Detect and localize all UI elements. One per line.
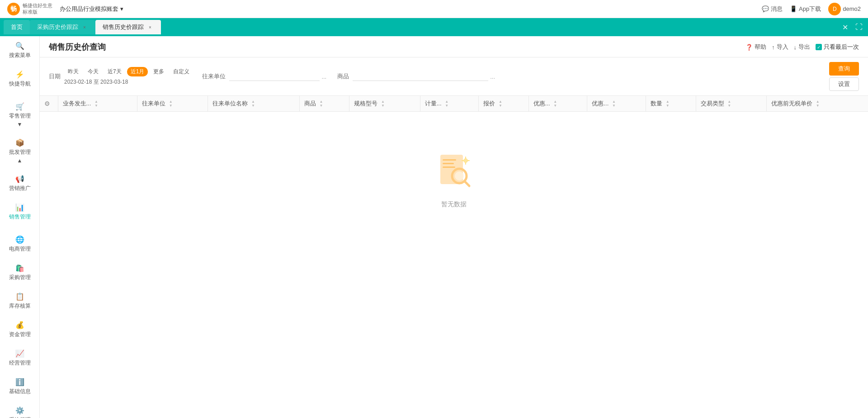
date-tab-today[interactable]: 今天 bbox=[84, 67, 102, 76]
col-pretax-price[interactable]: 优惠前无税单价 ▲ ▼ bbox=[767, 96, 868, 112]
close-all-tabs-button[interactable]: ✕ bbox=[840, 21, 850, 33]
partner-input[interactable] bbox=[229, 72, 320, 81]
product-input-wrap: ... bbox=[353, 72, 497, 81]
logo-text: 畅捷信好生意 标准版 bbox=[23, 3, 52, 14]
sidebar-item-shortcut[interactable]: ⚡ 快捷导航 bbox=[2, 66, 38, 92]
sidebar-label-ecommerce: 电商管理 bbox=[9, 245, 31, 253]
col-quantity[interactable]: 数量 ▲ ▼ bbox=[646, 96, 696, 112]
partner-filter-group: 往来单位 ... bbox=[202, 72, 328, 81]
sidebar-label-inventory: 库存核算 bbox=[9, 302, 31, 310]
retail-icon: 🛒 bbox=[15, 102, 24, 111]
tab-sales-history[interactable]: 销售历史价跟踪 × bbox=[95, 20, 161, 34]
sort-quantity: ▲ ▼ bbox=[666, 100, 670, 108]
col-unit[interactable]: 计量... ▲ ▼ bbox=[420, 96, 479, 112]
date-tab-custom[interactable]: 自定义 bbox=[170, 67, 193, 76]
page-header: 销售历史价查询 ❓ 帮助 ↑ 导入 ↓ 导出 ✓ bbox=[40, 36, 868, 57]
sort-trade-type: ▲ ▼ bbox=[727, 100, 731, 108]
sidebar-item-purchase[interactable]: 🛍️ 采购管理 bbox=[2, 259, 38, 286]
empty-illustration bbox=[431, 148, 476, 193]
download-icon: 📱 bbox=[790, 5, 797, 12]
sort-discount1: ▲ ▼ bbox=[553, 100, 557, 108]
top-bar-left: 畅 畅捷信好生意 标准版 办公用品行业模拟账套 ▾ bbox=[7, 3, 127, 15]
sidebar-item-basic[interactable]: ℹ️ 基础信息 bbox=[2, 373, 38, 400]
logo-area: 畅 畅捷信好生意 标准版 bbox=[7, 3, 52, 15]
product-filter-group: 商品 ... bbox=[337, 72, 497, 81]
sidebar-label-search: 搜索菜单 bbox=[9, 52, 31, 59]
sidebar-item-search[interactable]: 🔍 搜索菜单 bbox=[2, 37, 38, 64]
date-tab-1month[interactable]: 近1月 bbox=[127, 67, 148, 76]
svg-line-6 bbox=[464, 181, 469, 186]
sidebar-item-inventory[interactable]: 📋 库存核算 bbox=[2, 288, 38, 314]
sidebar-item-retail[interactable]: 🛒 零售管理 ▼ bbox=[2, 98, 38, 132]
main-layout: 🔍 搜索菜单 ⚡ 快捷导航 🛒 零售管理 ▼ 📦 批发管理 ▲ 📢 营销推广 📊… bbox=[0, 36, 868, 418]
sort-spec: ▲ ▼ bbox=[381, 100, 385, 108]
basic-icon: ℹ️ bbox=[15, 378, 24, 386]
export-button[interactable]: ↓ 导出 bbox=[794, 43, 811, 51]
tab-purchase-history[interactable]: 采购历史价跟踪 × bbox=[30, 20, 95, 34]
col-product[interactable]: 商品 ▲ ▼ bbox=[299, 96, 349, 112]
partner-input-wrap: ... bbox=[229, 72, 328, 81]
sidebar-label-marketing: 营销推广 bbox=[9, 185, 31, 192]
sidebar-label-system: 系统管理 bbox=[9, 416, 31, 418]
only-last-checkbox[interactable]: ✓ bbox=[816, 44, 822, 50]
tab-purchase-history-label: 采购历史价跟踪 bbox=[37, 23, 78, 31]
tab-home[interactable]: 首页 bbox=[4, 20, 30, 34]
empty-text: 暂无数据 bbox=[441, 200, 467, 209]
fullscreen-button[interactable]: ⛶ bbox=[854, 21, 864, 33]
settings-button[interactable]: 设置 bbox=[829, 77, 859, 91]
col-discount1[interactable]: 优惠... ▲ ▼ bbox=[528, 96, 587, 112]
date-tab-last7[interactable]: 近7天 bbox=[104, 67, 125, 76]
col-partner-name[interactable]: 往来单位名称 ▲ ▼ bbox=[208, 96, 299, 112]
tab-sales-history-label: 销售历史价跟踪 bbox=[103, 23, 144, 31]
logo-icon: 畅 bbox=[7, 3, 20, 15]
message-button[interactable]: 💬 消息 bbox=[762, 5, 783, 13]
column-settings-button[interactable]: ⚙ bbox=[44, 100, 50, 107]
sidebar-item-ecommerce[interactable]: 🌐 电商管理 bbox=[2, 231, 38, 257]
sort-discount2: ▲ ▼ bbox=[612, 100, 616, 108]
sidebar-item-system[interactable]: ⚙️ 系统管理 bbox=[2, 402, 38, 418]
svg-rect-3 bbox=[443, 166, 455, 168]
col-partner-code[interactable]: 往来单位 ▲ ▼ bbox=[137, 96, 208, 112]
search-button[interactable]: 查询 bbox=[829, 62, 859, 76]
tab-purchase-history-close[interactable]: × bbox=[81, 24, 88, 31]
col-spec[interactable]: 规格型号 ▲ ▼ bbox=[349, 96, 420, 112]
table-container: ⚙ 业务发生... ▲ ▼ 往来单位 ▲ bbox=[40, 96, 868, 418]
app-download-button[interactable]: 📱 App下载 bbox=[790, 5, 821, 13]
col-trade-type[interactable]: 交易类型 ▲ ▼ bbox=[696, 96, 766, 112]
sidebar-item-sales[interactable]: 📊 销售管理 bbox=[2, 199, 38, 225]
date-tab-yesterday[interactable]: 昨天 bbox=[64, 67, 82, 76]
tab-sales-history-close[interactable]: × bbox=[146, 24, 154, 31]
app-selector[interactable]: 办公用品行业模拟账套 ▾ bbox=[56, 3, 127, 15]
help-icon: ❓ bbox=[745, 44, 753, 51]
col-discount2[interactable]: 优惠... ▲ ▼ bbox=[587, 96, 646, 112]
import-button[interactable]: ↑ 导入 bbox=[772, 43, 788, 51]
sort-product: ▲ ▼ bbox=[319, 100, 323, 108]
retail-arrow-icon: ▼ bbox=[17, 121, 23, 128]
wholesale-icon: 📦 bbox=[15, 138, 24, 147]
user-profile[interactable]: D demo2 bbox=[828, 3, 861, 15]
date-label: 日期 bbox=[49, 72, 61, 81]
empty-icon bbox=[431, 148, 476, 193]
sort-biz-date: ▲ ▼ bbox=[94, 100, 98, 108]
sidebar: 🔍 搜索菜单 ⚡ 快捷导航 🛒 零售管理 ▼ 📦 批发管理 ▲ 📢 营销推广 📊… bbox=[0, 36, 40, 418]
purchase-icon: 🛍️ bbox=[15, 264, 24, 272]
only-last-checkbox-label[interactable]: ✓ 只看最后一次 bbox=[816, 43, 859, 51]
sidebar-item-wholesale[interactable]: 📦 批发管理 ▲ bbox=[2, 134, 38, 168]
product-input-dots[interactable]: ... bbox=[488, 73, 497, 80]
sort-partner-name: ▲ ▼ bbox=[251, 100, 255, 108]
sidebar-item-marketing[interactable]: 📢 营销推广 bbox=[2, 170, 38, 197]
sidebar-label-purchase: 采购管理 bbox=[9, 274, 31, 281]
content-area: 销售历史价查询 ❓ 帮助 ↑ 导入 ↓ 导出 ✓ bbox=[40, 36, 868, 418]
help-button[interactable]: ❓ 帮助 bbox=[745, 43, 766, 51]
sidebar-label-wholesale: 批发管理 bbox=[9, 148, 31, 156]
sidebar-label-shortcut: 快捷导航 bbox=[9, 80, 31, 88]
col-biz-date[interactable]: 业务发生... ▲ ▼ bbox=[58, 96, 137, 112]
col-quote[interactable]: 报价 ▲ ▼ bbox=[479, 96, 528, 112]
svg-point-5 bbox=[455, 171, 464, 180]
product-input[interactable] bbox=[353, 72, 488, 81]
date-tab-more[interactable]: 更多 bbox=[150, 67, 168, 76]
sidebar-item-operations[interactable]: 📈 经营管理 bbox=[2, 345, 38, 371]
sidebar-item-finance[interactable]: 💰 资金管理 bbox=[2, 316, 38, 343]
top-bar-right: 💬 消息 📱 App下载 D demo2 bbox=[762, 3, 861, 15]
partner-input-dots[interactable]: ... bbox=[320, 73, 328, 80]
